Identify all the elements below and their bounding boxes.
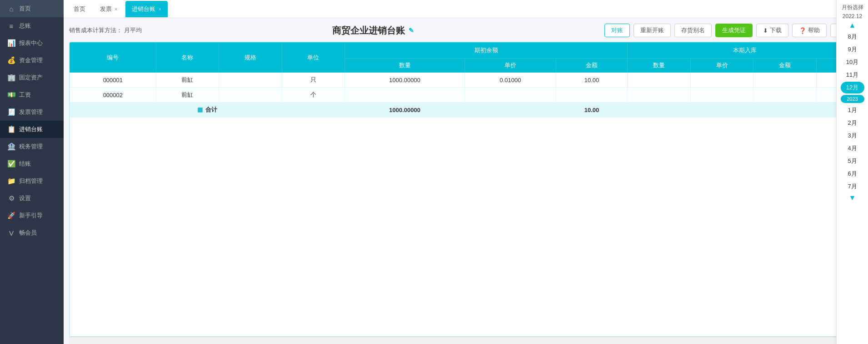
row1-period-price: 0.01000 xyxy=(465,73,556,88)
total-in-price xyxy=(690,103,753,118)
table-row: 000001 前缸 只 1000.00000 0.01000 10.00 xyxy=(70,73,862,88)
generate-voucher-button[interactable]: 生成凭证 xyxy=(715,24,753,37)
sidebar-label-archive: 归档管理 xyxy=(19,177,43,185)
sidebar-label-closing: 结账 xyxy=(19,160,31,168)
month-item-5[interactable]: 5月 xyxy=(841,155,864,167)
main-area: 首页 发票 × 进销台账 × ⛶ ✕ 销售成本计算方法： 月平均 商贸企业进销台… xyxy=(64,0,868,344)
row2-id: 000002 xyxy=(70,88,156,103)
download-icon: ⬇ xyxy=(763,27,768,34)
month-item-8[interactable]: 8月 xyxy=(841,31,864,43)
edit-title-icon[interactable]: ✎ xyxy=(409,27,414,34)
save-alias-button[interactable]: 存货别名 xyxy=(674,24,712,37)
month-item-1[interactable]: 1月 xyxy=(841,104,864,116)
col-sub-period-qty: 数量 xyxy=(345,59,465,73)
row1-unit: 只 xyxy=(282,73,344,88)
reports-icon: 📊 xyxy=(7,39,15,47)
row2-spec xyxy=(219,88,282,103)
month-item-12[interactable]: 12月 xyxy=(841,82,864,93)
sidebar-item-vip[interactable]: V 畅会员 xyxy=(0,224,64,241)
row2-period-amount xyxy=(556,88,628,103)
table-total-row: ▦ 合计 1000.00000 10.00 xyxy=(70,103,862,118)
reopen-button[interactable]: 重新开账 xyxy=(634,24,671,37)
sidebar-item-assets[interactable]: 🏢 固定资产 xyxy=(0,69,64,86)
help-icon: ❓ xyxy=(799,27,806,34)
sidebar-label-tax: 税务管理 xyxy=(19,143,43,151)
tab-purchase-sale-close[interactable]: × xyxy=(158,6,161,12)
sidebar-item-closing[interactable]: ✅ 结账 xyxy=(0,155,64,172)
generate-voucher-label: 生成凭证 xyxy=(722,26,746,34)
tab-home[interactable]: 首页 xyxy=(67,1,92,17)
tab-bar: 首页 发票 × 进销台账 × ⛶ ✕ xyxy=(64,0,868,18)
sidebar-item-settings[interactable]: ⚙ 设置 xyxy=(0,190,64,207)
horizontal-scrollbar[interactable] xyxy=(69,337,863,344)
sidebar-item-salary[interactable]: 💵 工资 xyxy=(0,86,64,103)
tab-home-label: 首页 xyxy=(74,5,85,13)
sidebar-item-ledger[interactable]: ≡ 总账 xyxy=(0,17,64,34)
month-item-4[interactable]: 4月 xyxy=(841,143,864,154)
sidebar-label-purchase-sale: 进销台账 xyxy=(19,125,43,133)
sidebar-item-tax[interactable]: 🏦 税务管理 xyxy=(0,138,64,155)
total-icon: ▦ xyxy=(197,106,203,113)
row1-id: 000001 xyxy=(70,73,156,88)
toolbar-actions: 对账 重新开账 存货别名 生成凭证 ⬇ 下载 ❓ 帮助 xyxy=(604,24,863,37)
total-period-price xyxy=(465,103,556,118)
data-table-wrapper: 编号 名称 规格 单位 期初余额 本期入库 数量 单价 金额 数量 单价 金额 xyxy=(69,42,863,337)
toolbar: 销售成本计算方法： 月平均 商贸企业进销台账 ✎ 对账 重新开账 存货别名 生成… xyxy=(69,24,863,37)
sidebar-item-guide[interactable]: 🚀 新手引导 xyxy=(0,207,64,224)
month-panel-title: 月份选择 xyxy=(840,4,865,11)
col-sub-period-price: 单价 xyxy=(465,59,556,73)
tab-purchase-sale[interactable]: 进销台账 × xyxy=(125,1,167,17)
col-header-id: 编号 xyxy=(70,43,156,73)
sidebar-label-ledger: 总账 xyxy=(19,22,31,30)
page-content: 销售成本计算方法： 月平均 商贸企业进销台账 ✎ 对账 重新开账 存货别名 生成… xyxy=(64,18,868,344)
month-item-9[interactable]: 9月 xyxy=(841,44,864,55)
row2-name: 前缸 xyxy=(156,88,219,103)
tab-purchase-sale-label: 进销台账 xyxy=(132,5,155,13)
month-item-2[interactable]: 2月 xyxy=(841,117,864,129)
tab-invoice[interactable]: 发票 × xyxy=(94,1,124,17)
save-alias-label: 存货别名 xyxy=(681,26,705,34)
sidebar-item-invoice[interactable]: 🧾 发票管理 xyxy=(0,103,64,121)
salary-icon: 💵 xyxy=(7,91,15,99)
sidebar: ⌂ 首页 ≡ 总账 📊 报表中心 💰 资金管理 🏢 固定资产 💵 工资 🧾 发票… xyxy=(0,0,64,344)
ledger-icon: ≡ xyxy=(7,22,15,30)
sidebar-item-purchase-sale[interactable]: 📋 进销台账 xyxy=(0,121,64,138)
month-item-3[interactable]: 3月 xyxy=(841,130,864,142)
sidebar-label-settings: 设置 xyxy=(19,194,31,202)
sidebar-item-reports[interactable]: 📊 报表中心 xyxy=(0,34,64,52)
total-label-cell: ▦ 合计 xyxy=(70,103,345,118)
archive-icon: 📁 xyxy=(7,177,15,185)
reconcile-button[interactable]: 对账 xyxy=(604,24,630,37)
sidebar-item-home[interactable]: ⌂ 首页 xyxy=(0,0,64,17)
row1-name: 前缸 xyxy=(156,73,219,88)
data-table: 编号 名称 规格 单位 期初余额 本期入库 数量 单价 金额 数量 单价 金额 xyxy=(70,42,862,118)
sidebar-label-funds: 资金管理 xyxy=(19,56,43,64)
col-sub-in-amount: 金额 xyxy=(753,59,816,73)
settings-icon: ⚙ xyxy=(7,194,15,202)
month-item-11[interactable]: 11月 xyxy=(841,69,864,81)
sidebar-label-vip: 畅会员 xyxy=(19,229,37,237)
sidebar-label-salary: 工资 xyxy=(19,91,31,99)
month-scroll-up[interactable]: ▲ xyxy=(849,20,856,30)
month-item-10[interactable]: 10月 xyxy=(841,56,864,68)
tax-icon: 🏦 xyxy=(7,143,15,151)
total-label: 合计 xyxy=(205,106,217,113)
sidebar-item-archive[interactable]: 📁 归档管理 xyxy=(0,172,64,190)
month-item-6[interactable]: 6月 xyxy=(841,168,864,180)
month-scroll-down[interactable]: ▼ xyxy=(849,193,856,203)
col-header-spec: 规格 xyxy=(219,43,282,73)
col-header-unit: 单位 xyxy=(282,43,344,73)
row1-in-amount xyxy=(753,73,816,88)
download-button[interactable]: ⬇ 下载 xyxy=(756,24,788,37)
sidebar-item-funds[interactable]: 💰 资金管理 xyxy=(0,52,64,69)
purchase-sale-icon: 📋 xyxy=(7,125,15,133)
help-button[interactable]: ❓ 帮助 xyxy=(792,24,827,37)
tab-invoice-close[interactable]: × xyxy=(115,6,117,12)
table-row: 000002 前缸 个 xyxy=(70,88,862,103)
total-period-amount: 10.00 xyxy=(556,103,628,118)
cost-method-value: 月平均 xyxy=(124,27,142,34)
row1-spec xyxy=(219,73,282,88)
month-item-7[interactable]: 7月 xyxy=(841,181,864,192)
help-label: 帮助 xyxy=(808,26,820,34)
closing-icon: ✅ xyxy=(7,160,15,168)
